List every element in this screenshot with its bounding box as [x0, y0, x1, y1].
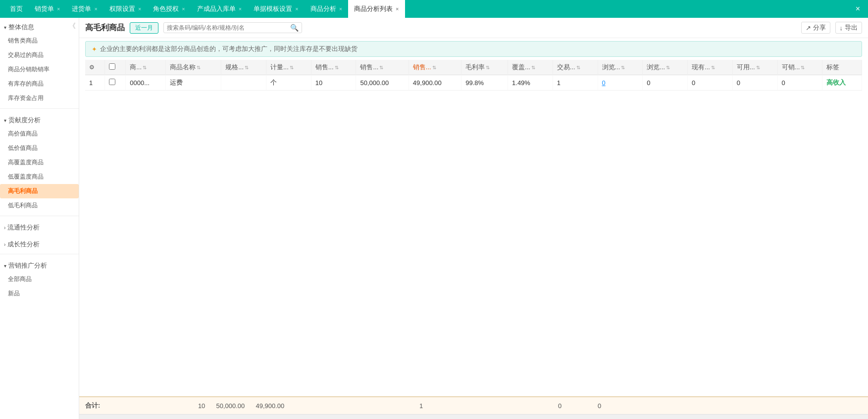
table-header-row: ⚙ 商...⇅ 商品名称⇅ 规格...⇅ 计量...⇅ 销售...⇅ 销售...… [85, 60, 862, 75]
col-sales-qty[interactable]: 销售...⇅ [311, 60, 356, 75]
col-checkbox[interactable] [104, 60, 126, 75]
nav-close-sales[interactable]: × [57, 6, 60, 12]
nav-permissions[interactable]: 权限设置 × [103, 0, 147, 18]
info-banner: ✦ 企业的主要的利润都是这部分商品创造的，可考虑加大推广，同时关注库存是不要出现… [85, 41, 862, 57]
share-button[interactable]: ↗ 分享 [801, 22, 830, 34]
sort-icon-3: ⇅ [245, 65, 249, 70]
search-box: 🔍 [163, 22, 302, 33]
sort-icon-7: ⇅ [432, 65, 436, 70]
sidebar-item-sales-goods[interactable]: 销售类商品 [0, 34, 79, 48]
sidebar-item-high-margin[interactable]: 高毛利商品 [0, 184, 79, 198]
col-stock-available[interactable]: 可用...⇅ [732, 60, 777, 75]
sidebar-group-marketing-title[interactable]: ▾ 营销推广分析 [0, 259, 79, 272]
sidebar-item-distribution-rate[interactable]: 商品分销助销率 [0, 62, 79, 77]
col-unit[interactable]: 计量...⇅ [266, 60, 311, 75]
sidebar-item-in-stock-goods[interactable]: 有库存的商品 [0, 77, 79, 91]
col-spec[interactable]: 规格...⇅ [221, 60, 266, 75]
nav-roles[interactable]: 角色授权 × [147, 0, 191, 18]
nav-close-purchase[interactable]: × [94, 6, 97, 12]
nav-home[interactable]: 首页 [4, 0, 29, 18]
cell-checkbox[interactable] [104, 75, 126, 91]
filter-recent-month-button[interactable]: 近一月 [130, 22, 158, 34]
nav-product-inbound[interactable]: 产成品入库单 × [191, 0, 248, 18]
window-close-button[interactable]: × [852, 4, 864, 13]
col-code[interactable]: 商...⇅ [126, 60, 166, 75]
sidebar-item-high-value[interactable]: 高价值商品 [0, 127, 79, 141]
row-checkbox[interactable] [109, 79, 115, 85]
col-tag[interactable]: 标签 [822, 60, 862, 75]
sort-icon-12: ⇅ [666, 65, 670, 70]
sidebar-group-marketing: ▾ 营销推广分析 全部商品 新品 [0, 256, 79, 302]
col-stock-sellable[interactable]: 可销...⇅ [777, 60, 822, 75]
footer-cells: 10 50,000.00 49,900.00 1 0 0 [110, 402, 605, 410]
arrow-down-icon-2: ▾ [4, 118, 6, 123]
select-all-checkbox[interactable] [109, 63, 115, 70]
cell-stock-available: 0 [732, 75, 777, 91]
info-icon: ✦ [92, 46, 97, 53]
col-stock-current[interactable]: 现有...⇅ [688, 60, 733, 75]
col-sales-profit[interactable]: 销售...⇅ [408, 60, 461, 75]
sort-icon-14: ⇅ [756, 65, 760, 70]
cell-stock-current: 0 [688, 75, 733, 91]
cell-browse1[interactable]: 0 [598, 75, 643, 91]
sidebar-group-growth-title[interactable]: › 成长性分析 [0, 238, 79, 251]
col-sales-amount[interactable]: 销售...⇅ [356, 60, 408, 75]
sidebar-item-high-coverage[interactable]: 高覆盖度商品 [0, 155, 79, 170]
browse1-link[interactable]: 0 [602, 79, 606, 87]
cell-unit: 个 [266, 75, 311, 91]
col-coverage[interactable]: 覆盖...⇅ [508, 60, 553, 75]
sort-icon: ⇅ [143, 65, 147, 70]
cell-transactions: 1 [553, 75, 598, 91]
sidebar-item-low-margin[interactable]: 低毛利商品 [0, 198, 79, 213]
search-icon[interactable]: 🔍 [290, 24, 299, 32]
sidebar-item-new-goods[interactable]: 新品 [0, 286, 79, 301]
products-table: ⚙ 商...⇅ 商品名称⇅ 规格...⇅ 计量...⇅ 销售...⇅ 销售...… [85, 60, 862, 91]
sort-icon-5: ⇅ [335, 65, 339, 70]
sort-icon-2: ⇅ [197, 65, 201, 70]
table-footer: 合计: 10 50,000.00 49,900.00 1 0 0 [79, 396, 868, 414]
sort-icon-13: ⇅ [711, 65, 715, 70]
cell-tag: 高收入 [822, 75, 862, 91]
sidebar-item-stock-capital[interactable]: 库存资金占用 [0, 91, 79, 105]
col-browse2[interactable]: 浏览...⇅ [643, 60, 688, 75]
sidebar-item-traded-goods[interactable]: 交易过的商品 [0, 48, 79, 62]
nav-purchase-order[interactable]: 进货单 × [66, 0, 103, 18]
search-input[interactable] [167, 24, 290, 31]
nav-close-analysis[interactable]: × [339, 6, 342, 12]
col-browse1[interactable]: 浏览...⇅ [598, 60, 643, 75]
arrow-down-icon: ▾ [4, 25, 6, 30]
nav-close-analysis-list[interactable]: × [396, 6, 399, 12]
sidebar-group-general-title[interactable]: ▾ 整体信息 [0, 21, 79, 34]
sort-icon-6: ⇅ [379, 65, 383, 70]
nav-sales-order[interactable]: 销货单 × [29, 0, 66, 18]
nav-close-template[interactable]: × [295, 6, 298, 12]
col-gross-margin[interactable]: 毛利率⇅ [461, 60, 508, 75]
cell-stock-sellable: 0 [777, 75, 822, 91]
nav-close-roles[interactable]: × [182, 6, 185, 12]
footer-sales-qty-val: 10 [169, 402, 209, 410]
sidebar-item-low-value[interactable]: 低价值商品 [0, 141, 79, 155]
nav-template-settings[interactable]: 单据模板设置 × [248, 0, 304, 18]
cell-sales-qty: 10 [311, 75, 356, 91]
page-title: 高毛利商品 [85, 23, 125, 33]
nav-close-perm[interactable]: × [138, 6, 141, 12]
nav-close-inbound[interactable]: × [239, 6, 242, 12]
footer-total-label: 合计: [85, 401, 100, 410]
col-settings[interactable]: ⚙ [85, 60, 104, 75]
nav-product-analysis[interactable]: 商品分析 × [305, 0, 348, 18]
export-button[interactable]: ↓ 导出 [835, 22, 863, 34]
sidebar-collapse-button[interactable]: 《 [69, 22, 76, 31]
sidebar-group-contribution-title[interactable]: ▾ 贡献度分析 [0, 114, 79, 127]
sidebar-item-low-coverage[interactable]: 低覆盖度商品 [0, 170, 79, 184]
cell-code[interactable]: 0000... [126, 75, 166, 91]
footer-sales-profit-val: 49,900.00 [249, 402, 288, 410]
content-area: 高毛利商品 近一月 🔍 ↗ 分享 ↓ 导出 ✦ 企业的主要的利润都是这部分商品创… [79, 18, 868, 419]
footer-col2-val: 0 [565, 402, 605, 410]
col-transactions[interactable]: 交易...⇅ [553, 60, 598, 75]
sidebar-item-all-goods[interactable]: 全部商品 [0, 272, 79, 286]
sort-icon-4: ⇅ [290, 65, 294, 70]
horizontal-scrollbar[interactable] [79, 414, 868, 419]
col-name[interactable]: 商品名称⇅ [165, 60, 221, 75]
nav-product-analysis-list[interactable]: 商品分析列表 × [348, 0, 405, 18]
sidebar-group-liquidity-title[interactable]: › 流通性分析 [0, 221, 79, 234]
